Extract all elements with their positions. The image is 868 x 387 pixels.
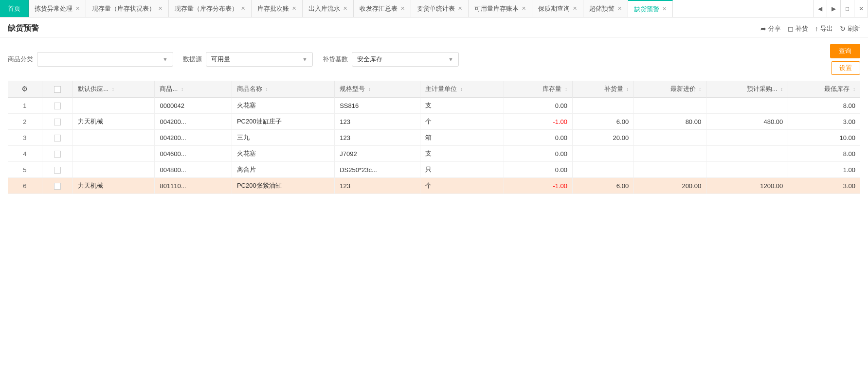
sort-est-icon[interactable]: ↕ [780,87,783,92]
page-content: 缺货预警 ➦ 分享 ◻ 补货 ↑ 导出 ↻ 刷新 商品分类 [0,18,868,387]
th-minstk-label: 最低库存 [824,85,850,92]
cell-price [634,98,706,114]
tab-item-stock-dist[interactable]: 现存量（库存分布表）✕ [169,0,252,18]
th-checkbox[interactable] [42,81,72,98]
select-all-checkbox[interactable] [54,86,61,93]
sort-price-icon[interactable]: ↕ [699,87,701,92]
th-supplier: 默认供应... ↕ [73,81,155,98]
cell-supplier [73,162,155,178]
tab-prev-btn[interactable]: ◀ [814,0,827,18]
cell-minstk: 8.00 [788,98,860,114]
cell-checkbox[interactable] [42,162,72,178]
row-checkbox[interactable] [54,103,61,109]
tab-item-overstock[interactable]: 超储预警✕ [583,0,628,18]
tab-home[interactable]: 首页 [0,0,29,18]
tab-close-btn[interactable]: ✕ [158,5,163,12]
tab-close-btn[interactable]: ✕ [662,6,667,12]
tab-next-btn[interactable]: ▶ [827,0,841,18]
sort-replen-icon[interactable]: ↕ [626,87,629,92]
th-gear[interactable]: ⚙ [8,81,42,98]
cell-minstk: 8.00 [788,146,860,162]
export-btn[interactable]: ↑ 导出 [815,24,833,33]
th-est: 预计采购... ↕ [706,81,788,98]
table-row[interactable]: 4 004600... 火花塞 J7092 支 0.00 8.00 [8,146,860,162]
table-row[interactable]: 1 0000042 火花塞 SS816 支 0.00 8.00 [8,98,860,114]
tab-close-btn[interactable]: ✕ [343,5,347,12]
tab-close-btn[interactable]: ✕ [522,5,526,12]
th-code-label: 商品... [160,85,178,92]
refresh-btn[interactable]: ↻ 刷新 [840,24,860,33]
cell-est: 480.00 [706,114,788,130]
datasource-filter-group: 数据源 可用量 ▼ [183,52,313,67]
row-checkbox[interactable] [54,167,61,174]
category-select[interactable]: ▼ [37,52,173,67]
filter-actions: 查询 设置 [830,44,860,75]
tab-nav-buttons: ◀ ▶ □ ✕ [813,0,868,18]
tab-close-btn[interactable]: ✕ [75,5,80,12]
sort-supplier-icon[interactable]: ↕ [112,87,114,92]
table-row[interactable]: 2 力天机械 004200... PC200油缸庄子 123 个 -1.00 6… [8,114,860,130]
cell-supplier [73,130,155,146]
cell-minstk: 1.00 [788,162,860,178]
cell-checkbox[interactable] [42,114,72,130]
tab-label: 可用量库存账本 [474,4,519,13]
tab-close-all-btn[interactable]: ✕ [854,0,868,18]
tab-close-btn[interactable]: ✕ [400,5,405,12]
cell-checkbox[interactable] [42,130,72,146]
sort-spec-icon[interactable]: ↕ [368,87,371,92]
cell-stock: 0.00 [504,162,573,178]
replenish-btn[interactable]: ◻ 补货 [788,24,808,33]
tab-item-batch-account[interactable]: 库存批次账✕ [252,0,303,18]
tab-item-expiry[interactable]: 保质期查询✕ [532,0,583,18]
table-row[interactable]: 3 004200... 三九 123 箱 0.00 20.00 10.00 [8,130,860,146]
row-checkbox[interactable] [54,135,61,141]
cell-stock: -1.00 [504,114,573,130]
row-checkbox[interactable] [54,119,61,125]
th-unit-label: 主计量单位 [425,85,457,92]
table-row[interactable]: 6 力天机械 801110... PC200张紧油缸 123 个 -1.00 6… [8,178,860,194]
cell-spec: DS250*23c... [335,162,420,178]
header-actions: ➦ 分享 ◻ 补货 ↑ 导出 ↻ 刷新 [760,24,860,33]
sort-name-icon[interactable]: ↕ [266,87,268,92]
tab-bar: 首页 拣货异常处理✕现存量（库存状况表）✕现存量（库存分布表）✕库存批次账✕出入… [0,0,868,18]
page-header: 缺货预警 ➦ 分享 ◻ 补货 ↑ 导出 ↻ 刷新 [0,18,868,38]
cell-supplier: 力天机械 [73,178,155,194]
sort-unit-icon[interactable]: ↕ [460,87,463,92]
sort-stock-icon[interactable]: ↕ [565,87,567,92]
sort-code-icon[interactable]: ↕ [181,87,183,92]
cell-checkbox[interactable] [42,178,72,194]
tab-restore-btn[interactable]: □ [841,0,854,18]
replen-basis-select[interactable]: 安全库存 ▼ [352,52,459,67]
datasource-select[interactable]: 可用量 ▼ [206,52,313,67]
tab-item-order-stats[interactable]: 要货单统计表✕ [411,0,469,18]
tab-item-abnormal[interactable]: 拣货异常处理✕ [29,0,86,18]
tab-item-stock-status[interactable]: 现存量（库存状况表）✕ [86,0,169,18]
cell-minstk: 10.00 [788,130,860,146]
tab-item-shortage[interactable]: 缺货预警✕ [628,0,673,18]
data-table: ⚙ 默认供应... ↕ 商品... ↕ 商品名称 ↕ [8,81,860,194]
tab-item-inout-flow[interactable]: 出入库流水✕ [303,0,354,18]
tab-close-btn[interactable]: ✕ [458,5,462,12]
cell-spec: J7092 [335,146,420,162]
query-button[interactable]: 查询 [830,44,860,58]
tab-label: 拣货异常处理 [35,4,72,13]
share-btn[interactable]: ➦ 分享 [760,24,781,33]
tab-close-btn[interactable]: ✕ [617,5,622,12]
tab-close-btn[interactable]: ✕ [573,5,577,12]
settings-button[interactable]: 设置 [831,61,860,75]
tab-item-recv-summary[interactable]: 收发存汇总表✕ [354,0,411,18]
cell-name: 火花塞 [232,146,334,162]
table-row[interactable]: 5 004800... 离合片 DS250*23c... 只 0.00 1.00 [8,162,860,178]
row-checkbox[interactable] [54,183,61,190]
tab-close-btn[interactable]: ✕ [292,5,296,12]
tab-label: 出入库流水 [308,4,340,13]
row-checkbox[interactable] [54,151,61,158]
cell-checkbox[interactable] [42,98,72,114]
replen-basis-label: 补货基数 [323,55,348,64]
tab-close-btn[interactable]: ✕ [241,5,245,12]
sort-minstk-icon[interactable]: ↕ [853,87,855,92]
tab-item-avail-ledger[interactable]: 可用量库存账本✕ [469,0,532,18]
tab-home-label: 首页 [8,4,20,13]
cell-checkbox[interactable] [42,146,72,162]
cell-unit: 支 [420,98,504,114]
